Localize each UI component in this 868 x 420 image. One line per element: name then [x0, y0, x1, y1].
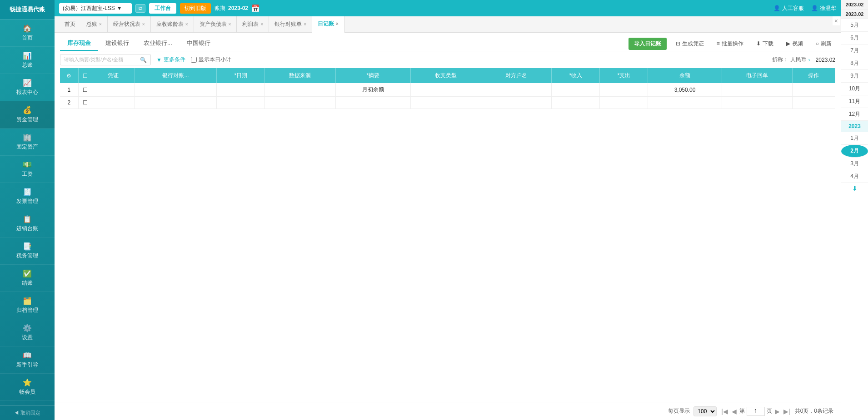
search-box[interactable]: 请输入摘要/类型/户名/全额 🔍: [60, 54, 151, 65]
download-button[interactable]: ⬇ 下载: [753, 38, 777, 49]
sidebar-label-ledger: 总账: [22, 61, 33, 69]
per-page-select[interactable]: 100 50 200: [693, 406, 717, 416]
calendar-month-1[interactable]: 1月: [841, 132, 868, 145]
show-daily-checkbox[interactable]: 显示本日小计: [191, 56, 231, 64]
settle-icon: ✅: [23, 269, 32, 278]
search-icon[interactable]: 🔍: [140, 57, 147, 63]
user-menu[interactable]: 👤 徐温华: [811, 5, 836, 12]
period-label: 账期: [215, 5, 225, 12]
generate-voucher-icon: ⊡: [676, 40, 680, 47]
batch-op-button[interactable]: ≡ 批量操作: [713, 38, 747, 49]
tab-bank-reconcile[interactable]: 银行对账单 ×: [269, 16, 312, 33]
calendar-month-8[interactable]: 8月: [841, 57, 868, 70]
tab-home[interactable]: 首页: [59, 16, 81, 33]
prev-page-btn[interactable]: ◀: [731, 408, 738, 415]
calendar-panel: 2023.02 2023.02 5月 6月 7月 8月 9月 10月 11月 1…: [841, 0, 868, 420]
row-2-operation: [792, 97, 835, 109]
calendar-month-10[interactable]: 10月: [841, 83, 868, 95]
tab-journal-close[interactable]: ×: [336, 21, 339, 26]
tab-bank-reconcile-close[interactable]: ×: [304, 22, 306, 27]
col-bank-account: 银行对账...: [135, 68, 217, 83]
sidebar-item-reports[interactable]: 📈 报表中心: [0, 74, 55, 101]
sidebar-item-salary[interactable]: 💵 工资: [0, 156, 55, 183]
row-1-check[interactable]: ☐: [78, 83, 92, 97]
tab-ledger[interactable]: 总账 ×: [81, 16, 108, 33]
sidebar-item-settings[interactable]: ⚙️ 设置: [0, 319, 55, 346]
calendar-month-9[interactable]: 9月: [841, 70, 868, 83]
calendar-icon[interactable]: 📅: [251, 4, 260, 13]
company-selector[interactable]: (勿易）江西超宝-LSS ▼: [59, 3, 132, 14]
tab-business[interactable]: 经营状况表 ×: [108, 16, 151, 33]
tab-assets-close[interactable]: ×: [229, 22, 231, 27]
row-1-voucher: [92, 83, 135, 97]
calendar-month-7[interactable]: 7月: [841, 44, 868, 57]
sidebar-item-member[interactable]: ⭐ 畅会员: [0, 374, 55, 401]
sidebar-item-sales[interactable]: 📋 进销台账: [0, 210, 55, 237]
tab-business-close[interactable]: ×: [142, 22, 145, 27]
copy-button[interactable]: ⧉: [135, 4, 145, 13]
first-page-btn[interactable]: |◀: [720, 408, 729, 415]
header-right: 👤 人工客服 👤 徐温华: [773, 5, 836, 12]
calendar-month-6[interactable]: 6月: [841, 32, 868, 44]
last-page-btn[interactable]: ▶|: [783, 408, 791, 415]
import-journal-button[interactable]: 导入日记账: [629, 38, 667, 50]
tab-profit-close[interactable]: ×: [260, 22, 263, 27]
show-daily-input[interactable]: [191, 57, 197, 63]
calendar-header-2023-02-first: 2023.02: [841, 0, 868, 10]
calendar-panel-close[interactable]: ×: [833, 16, 840, 25]
sidebar-item-home[interactable]: 🏠 首页: [0, 20, 55, 47]
row-1-data-source: [265, 83, 335, 97]
generate-voucher-button[interactable]: ⊡ 生成凭证: [672, 38, 708, 49]
page-number-input[interactable]: [747, 407, 765, 416]
sub-tab-cash[interactable]: 库存现金: [60, 36, 98, 51]
table-container: ⚙ ☐ 凭证 银行对账... *日期 数据来源 *摘要 收支类型 对方户名 *收…: [55, 68, 841, 402]
calendar-month-5[interactable]: 5月: [841, 19, 868, 32]
sub-tab-jianshe[interactable]: 建设银行: [98, 36, 136, 51]
sidebar-item-tax[interactable]: 📑 税务管理: [0, 237, 55, 265]
tab-assets[interactable]: 资产负债表 ×: [194, 16, 237, 33]
sidebar-label-capital: 资金管理: [16, 116, 38, 124]
chevron-right-icon: ›: [808, 57, 810, 63]
tab-receivable[interactable]: 应收账龄表 ×: [151, 16, 194, 33]
tab-receivable-close[interactable]: ×: [185, 22, 188, 27]
sidebar-item-guide[interactable]: 📖 新手引导: [0, 346, 55, 374]
sidebar-item-ledger[interactable]: 📊 总账: [0, 47, 55, 74]
support-button[interactable]: 👤 人工客服: [773, 5, 804, 12]
sidebar-item-invoice[interactable]: 🧾 发票管理: [0, 183, 55, 210]
sidebar-label-sales: 进销台账: [16, 225, 38, 232]
tab-ledger-close[interactable]: ×: [99, 22, 102, 27]
col-settings[interactable]: ⚙: [60, 68, 78, 83]
tab-journal[interactable]: 日记账 ×: [312, 16, 344, 33]
search-placeholder: 请输入摘要/类型/户名/全额: [64, 56, 123, 63]
calendar-month-4[interactable]: 4月: [841, 170, 868, 183]
sub-tab-zhongguo[interactable]: 中国银行: [180, 36, 218, 51]
support-icon: 👤: [773, 5, 780, 11]
sidebar-collapse-btn[interactable]: ◀︎ 取消固定: [0, 405, 55, 420]
refresh-button[interactable]: ○ 刷新: [812, 38, 835, 49]
sidebar-item-assets[interactable]: 🏢 固定资产: [0, 128, 55, 156]
sidebar-item-capital[interactable]: 💰 资金管理: [0, 101, 55, 128]
row-1-num: 1: [60, 83, 78, 97]
filter-button[interactable]: ▼ 更多条件: [156, 56, 185, 64]
page-unit: 页: [767, 407, 772, 415]
row-2-electronic: [722, 97, 792, 109]
sidebar-item-settle[interactable]: ✅ 结账: [0, 265, 55, 292]
sidebar-item-archive[interactable]: 🗂️ 归档管理: [0, 292, 55, 319]
calendar-header-2023-02-second: 2023.02: [841, 10, 868, 19]
next-page-btn[interactable]: ▶: [774, 408, 781, 415]
sub-tab-nongye[interactable]: 农业银行...: [136, 36, 180, 51]
row-2-check[interactable]: ☐: [78, 97, 92, 109]
calendar-month-3[interactable]: 3月: [841, 158, 868, 170]
tab-profit[interactable]: 利润表 ×: [237, 16, 269, 33]
filter-icon: ▼: [156, 57, 162, 63]
workbench-button[interactable]: 工作台: [149, 3, 176, 14]
calendar-month-11[interactable]: 11月: [841, 95, 868, 108]
calendar-down-btn[interactable]: ⬇: [841, 183, 868, 194]
calendar-month-2-active[interactable]: 2月: [841, 145, 868, 158]
video-button[interactable]: ▶ 视频: [783, 38, 807, 49]
calendar-month-12[interactable]: 12月: [841, 108, 868, 121]
col-income-type: 收支类型: [410, 68, 481, 83]
switch-version-button[interactable]: 切到旧版: [180, 3, 211, 14]
col-check[interactable]: ☐: [78, 68, 92, 83]
currency-value: 人民币: [790, 56, 807, 64]
